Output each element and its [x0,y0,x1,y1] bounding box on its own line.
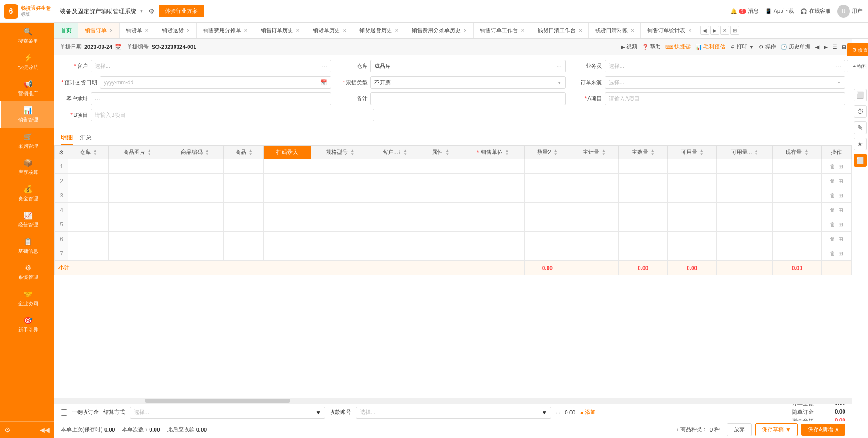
operations-action[interactable]: ⚙ 操作 [759,43,776,51]
row-image-2[interactable] [108,174,166,188]
row-unit-5[interactable] [461,217,525,232]
row-code-7[interactable] [166,246,223,261]
row-avail2-3[interactable] [717,188,773,203]
tab-nav-next[interactable]: ▶ [710,26,719,35]
row-ops-5[interactable]: 🗑 ⊞ [821,217,851,232]
row-scan-5[interactable] [264,217,311,232]
row-scan-6[interactable] [264,232,311,246]
sidebar-item-inventory[interactable]: 📦库存核算 [0,154,54,180]
info-icon[interactable]: ℹ [399,150,401,155]
view-action[interactable]: ▶ 视频 [621,43,637,51]
qty2-sort[interactable]: ▲▼ [554,149,558,156]
delete-icon-3[interactable]: 🗑 [830,193,835,199]
row-qty2-7[interactable] [525,246,570,261]
tab-9[interactable]: 销售订单工作台✕ [474,23,531,39]
row-attr-4[interactable] [421,203,461,217]
horizontal-scrollbar[interactable] [54,398,852,404]
row-unit-2[interactable] [461,174,525,188]
online-service-item[interactable]: 🎧 在线客服 [800,7,831,15]
row-avail-4[interactable] [668,203,717,217]
save-new-button[interactable]: 保存&新增 ∧ [801,424,845,436]
row-scan-4[interactable] [264,203,311,217]
row-scan-2[interactable] [264,174,311,188]
sidebar-item-marketing[interactable]: 📢营销推广 [0,75,54,101]
row-spec-2[interactable] [311,174,369,188]
panel-icon-5[interactable]: ⬜ [854,154,867,167]
tab-nav-expand[interactable]: ⊞ [730,26,739,35]
row-unit-3[interactable] [461,188,525,203]
row-stock-2[interactable] [773,174,822,188]
row-attr-5[interactable] [421,217,461,232]
tab-close-6[interactable]: ✕ [343,28,346,33]
calendar-icon[interactable]: 📅 [115,44,121,50]
panel-icon-1[interactable]: ⬜ [854,89,867,101]
print-action[interactable]: 🖨 打印 ▼ [730,43,754,51]
customer-input[interactable]: 选择... ··· [91,60,331,72]
row-spec-5[interactable] [311,217,369,232]
main-qty-sort[interactable]: ▲▼ [651,149,655,156]
avail-sort[interactable]: ▲▼ [700,149,703,156]
tab-close-9[interactable]: ✕ [521,28,524,33]
help-action[interactable]: ❓ 帮助 [642,43,661,51]
row-qty2-5[interactable] [525,217,570,232]
tab-nav-prev[interactable]: ◀ [700,26,709,35]
row-stock-4[interactable] [773,203,822,217]
col-setting-header[interactable]: ⚙ [55,146,68,159]
tab-5[interactable]: 销售订单历史✕ [254,23,306,39]
row-spec-6[interactable] [311,232,369,246]
tab-11[interactable]: 钱货日清对账✕ [589,23,641,39]
row-image-3[interactable] [108,188,166,203]
tab-close-1[interactable]: ✕ [109,28,113,33]
row-unit-6[interactable] [461,232,525,246]
panel-icon-3[interactable]: ✎ [854,121,867,134]
tab-close-11[interactable]: ✕ [630,28,634,33]
row-avail-7[interactable] [668,246,717,261]
sidebar-item-system[interactable]: ⚙系统管理 [0,259,54,285]
sidebar-item-search[interactable]: 🔍搜索菜单 [0,23,54,49]
row-qty2-4[interactable] [525,203,570,217]
row-product-4[interactable] [223,203,264,217]
row-spec-3[interactable] [311,188,369,203]
row-customer-code-3[interactable] [369,188,421,203]
row-avail-3[interactable] [668,188,717,203]
salesperson-input[interactable]: 选择... ··· [605,60,845,72]
row-code-6[interactable] [166,232,223,246]
tab-0[interactable]: 首页 [54,23,78,39]
row-product-1[interactable] [223,159,264,174]
spec-sort[interactable]: ▲▼ [350,149,354,156]
user-item[interactable]: U 用户 [837,5,863,18]
row-avail-5[interactable] [668,217,717,232]
row-attr-6[interactable] [421,232,461,246]
tab-7[interactable]: 销货退货历史✕ [353,23,405,39]
settings-panel-btn[interactable]: ⚙ 设置 [847,43,868,56]
row-main-unit-4[interactable] [570,203,619,217]
panel-icon-4[interactable]: ★ [854,138,867,150]
row-attr-7[interactable] [421,246,461,261]
copy-icon-2[interactable]: ⊞ [839,178,843,184]
row-avail-2[interactable] [668,174,717,188]
row-image-5[interactable] [108,217,166,232]
settings-gear-icon[interactable]: ⚙ [148,7,154,15]
row-avail2-2[interactable] [717,174,773,188]
row-scan-1[interactable] [264,159,311,174]
app-download-item[interactable]: 📱 App下载 [765,7,794,15]
row-ops-2[interactable]: 🗑 ⊞ [821,174,851,188]
tab-summary[interactable]: 汇总 [80,134,92,145]
avail2-sort[interactable]: ▲▼ [755,149,758,156]
row-image-6[interactable] [108,232,166,246]
row-avail2-6[interactable] [717,232,773,246]
delete-icon-2[interactable]: 🗑 [830,178,835,184]
copy-icon-3[interactable]: ⊞ [839,193,843,199]
row-product-7[interactable] [223,246,264,261]
sidebar-item-quick[interactable]: ⚡快捷导航 [0,49,54,75]
warehouse-sort[interactable]: ▲▼ [93,149,97,156]
nav-next[interactable]: ▶ [824,44,828,50]
row-unit-7[interactable] [461,246,525,261]
code-sort[interactable]: ▲▼ [205,149,209,156]
row-attr-3[interactable] [421,188,461,203]
row-unit-4[interactable] [461,203,525,217]
unit-sort[interactable]: ▲▼ [505,149,509,156]
row-ops-1[interactable]: 🗑 ⊞ [821,159,851,174]
row-ops-3[interactable]: 🗑 ⊞ [821,188,851,203]
row-avail2-7[interactable] [717,246,773,261]
